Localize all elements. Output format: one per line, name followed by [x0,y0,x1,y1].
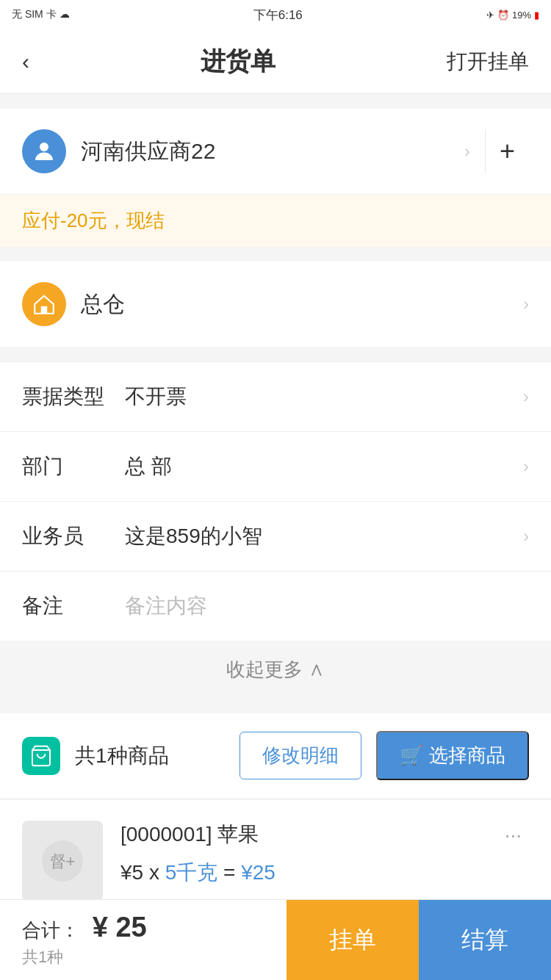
bottom-total: 合计： ¥ 25 共1种 [0,912,287,968]
dept-label: 部门 [22,453,110,480]
dept-chevron-icon: › [523,456,529,477]
gap-4 [0,699,551,713]
settle-button[interactable]: 结算 [419,900,551,981]
svg-text:督+: 督+ [50,852,76,871]
open-pending-button[interactable]: 打开挂单 [447,48,529,76]
product-name: [0000001] 苹果 [120,821,497,849]
select-product-button[interactable]: 🛒 选择商品 [376,731,529,780]
remark-row[interactable]: 备注 备注内容 [0,571,551,641]
location-icon: ✈ [486,10,494,21]
gap-1 [0,94,551,109]
equals-icon: = [223,861,241,884]
page-title: 进货单 [201,45,276,79]
invoice-value: 不开票 [110,383,516,411]
alarm-icon: ⏰ [497,10,509,21]
gap-2 [0,247,551,262]
select-product-label: 选择商品 [429,743,505,768]
products-header: 共1种商品 修改明细 🛒 选择商品 [0,713,551,798]
svg-rect-1 [41,306,48,314]
gap-3 [0,347,551,361]
supplier-chevron-icon: › [464,141,470,162]
product-code: [0000001] [120,823,212,846]
unit-price: ¥5 [120,861,143,884]
total-label: 合计： [22,919,79,941]
status-bar: 无 SIM 卡 ☁ 下午6:16 ✈ ⏰ 19% ▮ [0,0,551,29]
battery-status: 19% [512,10,531,21]
warehouse-card: 总仓 › [0,262,551,347]
salesman-value: 这是859的小智 [110,522,516,550]
hang-button[interactable]: 挂单 [287,900,419,981]
form-card: 票据类型 不开票 › 部门 总 部 › 业务员 这是859的小智 › 备注 备注… [0,361,551,641]
product-price: ¥5 x 5千克 = ¥25 [120,859,497,887]
products-count: 共1种商品 [75,742,225,770]
warehouse-chevron-icon: › [523,294,529,314]
status-time: 下午6:16 [253,7,303,24]
product-thumbnail: 督+ [22,821,103,901]
supplier-notice: 应付-20元，现结 [0,195,551,247]
status-right: ✈ ⏰ 19% ▮ [486,10,539,21]
edit-detail-button[interactable]: 修改明细 [240,732,361,779]
warehouse-row[interactable]: 总仓 › [0,262,551,347]
products-icon-wrap [22,737,60,775]
person-icon [31,138,57,165]
product-title: 苹果 [217,823,259,846]
total-amount: ¥ 25 [93,912,147,943]
cart-icon: 🛒 [400,744,423,767]
multiply-icon: x [149,861,165,884]
supplier-avatar [22,129,66,173]
add-supplier-button[interactable]: + [485,129,529,173]
invoice-row[interactable]: 票据类型 不开票 › [0,361,551,431]
collapse-button[interactable]: 收起更多 ∧ [0,641,551,699]
product-info: [0000001] 苹果 ¥5 x 5千克 = ¥25 [120,821,497,887]
sim-status: 无 SIM 卡 ☁ [12,8,70,21]
warehouse-icon [32,292,57,317]
remark-label: 备注 [22,592,110,620]
quantity: 5千克 [165,861,218,884]
supplier-card: 河南供应商22 › + 应付-20元，现结 [0,109,551,247]
dept-row[interactable]: 部门 总 部 › [0,431,551,501]
product-more-button[interactable]: ··· [497,821,529,850]
dept-value: 总 部 [110,453,516,480]
owl-logo: 督+ [40,839,84,883]
shopping-bag-icon [29,744,53,768]
supplier-row[interactable]: 河南供应商22 › + [0,109,551,195]
item-count: 共1种 [22,946,264,968]
warehouse-icon-wrap [22,282,66,326]
salesman-row[interactable]: 业务员 这是859的小智 › [0,501,551,571]
salesman-label: 业务员 [22,522,110,550]
svg-point-0 [40,143,48,151]
supplier-name: 河南供应商22 [81,137,457,167]
salesman-chevron-icon: › [523,526,529,547]
invoice-chevron-icon: › [523,386,529,407]
subtotal: ¥25 [241,861,276,884]
remark-input[interactable]: 备注内容 [110,592,529,620]
invoice-label: 票据类型 [22,383,110,411]
back-button[interactable]: ‹ [22,49,29,74]
bottom-bar: 合计： ¥ 25 共1种 挂单 结算 [0,899,551,980]
battery-icon: ▮ [534,10,539,21]
status-left: 无 SIM 卡 ☁ [12,8,70,21]
warehouse-name: 总仓 [81,289,516,320]
nav-bar: ‹ 进货单 打开挂单 [0,29,551,94]
